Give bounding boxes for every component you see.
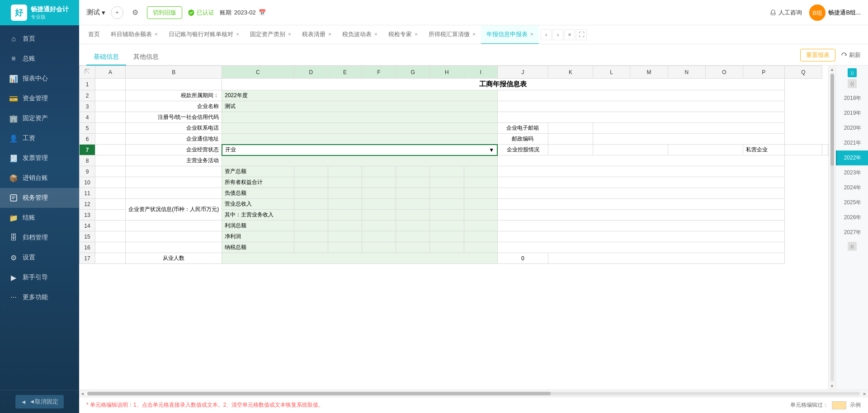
cell-16A[interactable] <box>95 242 126 253</box>
cell-13A[interactable] <box>95 210 126 221</box>
tab-subject-balance[interactable]: 科目辅助余额表 × <box>105 25 163 44</box>
cell-2A[interactable] <box>95 90 126 101</box>
cell-17A[interactable] <box>95 253 126 264</box>
col-header-F[interactable]: F <box>362 66 396 79</box>
col-header-O[interactable]: O <box>705 66 743 79</box>
cell-6K[interactable] <box>548 134 593 145</box>
cell-10I[interactable] <box>464 177 497 188</box>
col-header-N[interactable]: N <box>668 66 705 79</box>
sidebar-item-funds[interactable]: 💳 资金管理 <box>0 89 79 108</box>
workspace-dropdown[interactable]: 测试 ▾ <box>86 8 105 17</box>
cell-2J[interactable] <box>497 90 784 101</box>
col-header-H[interactable]: H <box>430 66 464 79</box>
sidebar-item-invoice[interactable]: 🧾 发票管理 <box>0 148 79 168</box>
scroll-thumb[interactable] <box>830 74 834 166</box>
cell-14E[interactable] <box>328 221 362 231</box>
tab-close-current[interactable]: × <box>564 29 575 40</box>
cell-17K[interactable] <box>548 253 784 264</box>
cell-11D[interactable] <box>294 188 328 199</box>
cell-17C[interactable] <box>222 253 497 264</box>
scroll-down-button[interactable]: ▼ <box>829 382 836 390</box>
cell-5J[interactable]: 企业电子邮箱 <box>497 123 548 134</box>
tab-tax-list-close[interactable]: × <box>328 31 331 38</box>
cell-13J[interactable] <box>497 210 784 221</box>
cell-10H[interactable] <box>430 177 464 188</box>
cell-14A[interactable] <box>95 221 126 231</box>
cell-7N[interactable] <box>668 145 743 155</box>
cell-11I[interactable] <box>464 188 497 199</box>
cell-12A[interactable] <box>95 199 126 210</box>
sidebar-item-ledger[interactable]: ≡ 总账 <box>0 49 79 69</box>
cell-9B[interactable] <box>126 166 222 177</box>
cell-1B[interactable] <box>126 79 222 90</box>
cell-11B[interactable] <box>126 188 222 199</box>
cell-7Q[interactable] <box>822 145 828 155</box>
cell-5B[interactable]: 企业联系电话 <box>126 123 222 134</box>
cell-16C[interactable]: 纳税总额 <box>222 242 294 253</box>
tab-income-tax-close[interactable]: × <box>472 31 476 38</box>
cell-11F[interactable] <box>362 188 396 199</box>
tab-home[interactable]: 首页 <box>83 25 105 44</box>
cell-12J[interactable] <box>497 199 784 210</box>
cell-14C[interactable]: 利润总额 <box>222 221 294 231</box>
cell-4B[interactable]: 注册号/统一社会信用代码 <box>126 112 222 123</box>
vertical-scrollbar[interactable]: ▲ ▼ <box>828 66 835 390</box>
tab-tax-inspection[interactable]: 税检专家 × <box>383 25 423 44</box>
year-item-2023[interactable]: 2023年 <box>836 165 868 180</box>
cell-16D[interactable] <box>294 242 328 253</box>
col-header-P[interactable]: P <box>743 66 785 79</box>
tab-tax-fluctuation[interactable]: 税负波动表 × <box>337 25 383 44</box>
workspace-settings-button[interactable]: ⚙ <box>129 6 142 19</box>
cell-4A[interactable] <box>95 112 126 123</box>
user-profile[interactable]: B组 畅捷通B组... <box>809 5 861 21</box>
tab-tax-list[interactable]: 税表清册 × <box>297 25 337 44</box>
cell-9E[interactable] <box>328 166 362 177</box>
refresh-button[interactable]: 刷新 <box>841 51 861 59</box>
cell-15E[interactable] <box>328 231 362 242</box>
cell-16J[interactable] <box>497 242 784 253</box>
cell-7P[interactable] <box>784 145 822 155</box>
sidebar-item-assets[interactable]: 🏢 固定资产 <box>0 108 79 128</box>
cell-7O[interactable]: 私营企业 <box>743 145 785 155</box>
year-item-2026[interactable]: 2026年 <box>836 210 868 225</box>
col-header-I[interactable]: I <box>464 66 497 79</box>
cell-10G[interactable] <box>396 177 429 188</box>
sidebar-item-home[interactable]: ⌂ 首页 <box>0 29 79 49</box>
cell-15A[interactable] <box>95 231 126 242</box>
cell-6J[interactable]: 邮政编码 <box>497 134 548 145</box>
tab-journal-bank[interactable]: 日记账与银行对账单核对 × <box>163 25 245 44</box>
cell-7A[interactable] <box>95 145 126 155</box>
year-item-2020[interactable]: 2020年 <box>836 121 868 136</box>
cell-14I[interactable] <box>464 221 497 231</box>
cell-5C[interactable] <box>222 123 497 134</box>
sub-tab-basic[interactable]: 基础信息 <box>86 49 126 66</box>
cell-12E[interactable] <box>328 199 362 210</box>
col-header-K[interactable]: K <box>548 66 593 79</box>
cell-12C[interactable]: 营业总收入 <box>222 199 294 210</box>
tab-nav-next[interactable]: › <box>552 29 563 40</box>
sidebar-item-salary[interactable]: 👤 工资 <box>0 128 79 148</box>
cell-10B[interactable] <box>126 177 222 188</box>
cell-9I[interactable] <box>464 166 497 177</box>
cell-12G[interactable] <box>396 199 429 210</box>
cell-13F[interactable] <box>362 210 396 221</box>
cell-10E[interactable] <box>328 177 362 188</box>
col-header-Q[interactable]: Q <box>784 66 822 79</box>
cell-8J[interactable] <box>497 155 784 166</box>
cell-7B[interactable]: 企业经营状态 <box>126 145 222 155</box>
cell-6A[interactable] <box>95 134 126 145</box>
cell-16B[interactable] <box>126 242 222 253</box>
tab-nav-prev[interactable]: ‹ <box>541 29 552 40</box>
cell-1A[interactable] <box>95 79 126 90</box>
tab-annual-report[interactable]: 年报信息申报表 × <box>481 25 539 44</box>
panel-scroll-down[interactable]: ⟨⟨ <box>848 242 857 251</box>
cell-3C[interactable]: 测试 <box>222 101 497 112</box>
cell-16I[interactable] <box>464 242 497 253</box>
cell-15F[interactable] <box>362 231 396 242</box>
cell-1-title[interactable]: 工商年报信息表 <box>222 79 784 90</box>
cell-14B[interactable] <box>126 221 222 231</box>
col-header-A[interactable]: A <box>95 66 126 79</box>
customer-service-button[interactable]: 人工咨询 <box>769 9 802 17</box>
cell-12D[interactable] <box>294 199 328 210</box>
cell-3J[interactable] <box>497 101 784 112</box>
